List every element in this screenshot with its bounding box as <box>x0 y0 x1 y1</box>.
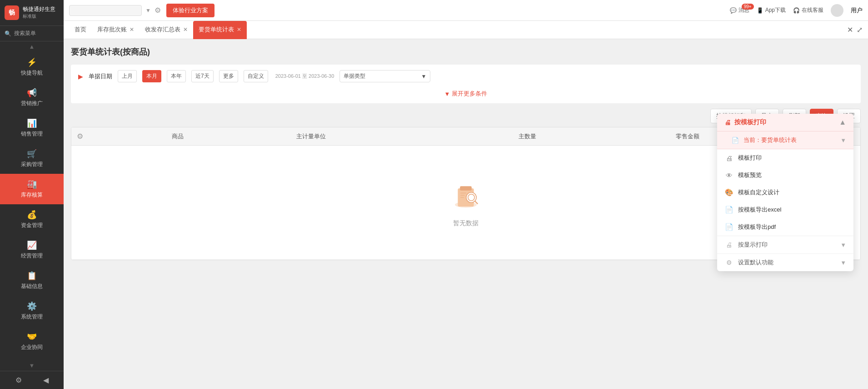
sidebar-item-system[interactable]: ⚙️ 系统管理 <box>0 296 64 326</box>
tab-home-label: 首页 <box>75 25 86 34</box>
avatar[interactable] <box>831 4 843 17</box>
template-print-icon: 🖨 <box>724 154 733 162</box>
sidebar: 畅 畅捷通好生意 标准版 🔍 搜索菜单 ▲ ⚡ 快捷导航 📢 营销推广 📊 销售… <box>0 0 64 389</box>
sidebar-item-sales[interactable]: 📊 销售管理 <box>0 113 64 143</box>
sidebar-item-guide[interactable]: 🎯 新手引导 <box>0 357 64 360</box>
tab-batch-account[interactable]: 库存批次账✕ <box>92 21 140 39</box>
col-主计量单位: 主计量单位 <box>291 127 513 146</box>
purchase-icon: 🛒 <box>27 149 37 159</box>
date-option-本月[interactable]: 本月 <box>142 70 161 82</box>
content-area: 要货单统计表(按商品) ▶ 单据日期 上月本月本年近7天更多自定义2023-06… <box>64 39 868 389</box>
svg-line-5 <box>475 201 478 204</box>
topbar-gear-icon[interactable]: ⚙ <box>155 6 161 15</box>
quick-nav-icon: ⚡ <box>27 57 37 67</box>
search-menu[interactable]: 🔍 搜索菜单 <box>0 26 64 41</box>
doc-type-select[interactable]: 单据类型 ▼ <box>339 70 430 82</box>
sidebar-item-cooperation[interactable]: 🤝 企业协同 <box>0 326 64 357</box>
collapse-icon[interactable]: ◀ <box>43 376 49 384</box>
dropdown-item-export-excel[interactable]: 📄 按模板导出excel <box>717 201 853 218</box>
tab-home[interactable]: 首页 <box>69 21 92 39</box>
trial-btn[interactable]: 体验行业方案 <box>166 4 215 17</box>
date-option-自定义[interactable]: 自定义 <box>244 70 268 82</box>
tab-batch-account-close[interactable]: ✕ <box>130 26 134 33</box>
sidebar-item-inventory[interactable]: 🏭 库存核算 <box>0 174 64 204</box>
arrow-icon: ▼ <box>840 242 846 248</box>
customer-service-btn[interactable]: 🎧 在线客服 <box>793 6 823 14</box>
page-title: 要货单统计表(按商品) <box>71 46 861 57</box>
col-商品: 商品 <box>166 127 291 146</box>
finance-label: 资金管理 <box>21 222 43 229</box>
system-icon: ⚙️ <box>27 301 37 311</box>
scroll-up-btn[interactable]: ▲ <box>0 41 64 52</box>
select-arrow: ▼ <box>421 73 426 80</box>
basic-icon: 📋 <box>27 271 37 281</box>
sidebar-logo: 畅 畅捷通好生意 标准版 <box>0 0 64 26</box>
dropdown-title: 按模板打印 <box>734 118 766 126</box>
inventory-icon: 🏭 <box>27 179 37 189</box>
current-template-arrow: ▼ <box>840 137 846 144</box>
export-pdf-icon: 📄 <box>724 223 733 231</box>
dropdown-sub-default-function[interactable]: ⚙ 设置默认功能 ▼ <box>717 253 853 271</box>
topbar-dropdown-arrow[interactable]: ▼ <box>145 7 151 14</box>
col-主数量: 主数量 <box>513 127 670 146</box>
dropdown-sub-display-print[interactable]: 🖨 按显示打印 ▼ <box>717 236 853 253</box>
svg-rect-6 <box>460 193 466 194</box>
dropdown-close-btn[interactable]: ▲ <box>839 118 846 126</box>
marketing-icon: 📢 <box>27 88 37 98</box>
sidebar-item-finance[interactable]: 💰 资金管理 <box>0 204 64 235</box>
template-preview-icon: 👁 <box>724 172 733 179</box>
quick-nav-label: 快捷导航 <box>21 69 43 77</box>
sidebar-footer: ⚙ ◀ <box>0 371 64 389</box>
date-option-近7天[interactable]: 近7天 <box>191 70 214 82</box>
display-print-label: 按显示打印 <box>738 241 768 249</box>
export-excel-icon: 📄 <box>724 206 733 214</box>
export-pdf-label: 按模板导出pdf <box>738 223 776 231</box>
current-template: 📄 当前：要货单统计表 ▼ <box>717 131 853 149</box>
display-print-icon: 🖨 <box>724 241 733 248</box>
scroll-down-btn[interactable]: ▼ <box>0 360 64 371</box>
settings-icon[interactable]: ⚙ <box>15 376 22 384</box>
tab-requisition-stats[interactable]: 要货单统计表✕ <box>193 21 247 39</box>
logo-name: 畅捷通好生意 <box>23 6 55 13</box>
sales-label: 销售管理 <box>21 130 43 138</box>
sidebar-item-purchase[interactable]: 🛒 采购管理 <box>0 143 64 174</box>
message-btn[interactable]: 💬 消息 99+ <box>730 6 749 14</box>
sidebar-item-marketing[interactable]: 📢 营销推广 <box>0 82 64 113</box>
default-function-icon: ⚙ <box>724 259 733 266</box>
system-label: 系统管理 <box>21 313 43 321</box>
tab-requisition-stats-close[interactable]: ✕ <box>237 26 241 33</box>
finance-icon: 💰 <box>27 210 37 220</box>
date-option-上月[interactable]: 上月 <box>118 70 137 82</box>
app-download-label: App下载 <box>765 6 786 14</box>
dropdown-item-export-pdf[interactable]: 📄 按模板导出pdf <box>717 218 853 236</box>
dropdown-sub-items: 🖨 按显示打印 ▼ ⚙ 设置默认功能 ▼ <box>717 236 853 271</box>
expand-more-btn[interactable]: ▼ 展开更多条件 <box>444 90 488 98</box>
close-tab-btn[interactable]: ✕ <box>847 25 853 34</box>
dropdown-item-template-print[interactable]: 🖨 模板打印 <box>717 149 853 167</box>
operations-icon: 📈 <box>27 240 37 250</box>
tab-receipt-summary[interactable]: 收发存汇总表✕ <box>140 21 193 39</box>
date-option-更多[interactable]: 更多 <box>219 70 238 82</box>
tab-batch-account-label: 库存批次账 <box>97 25 127 34</box>
topbar-right: 💬 消息 99+ 📱 App下载 🎧 在线客服 用户 <box>730 4 863 17</box>
topbar-search-input[interactable] <box>69 5 142 16</box>
date-range: 2023-06-01 至 2023-06-30 <box>275 73 334 80</box>
filter-expand-icon[interactable]: ▶ <box>78 73 83 80</box>
date-option-本年[interactable]: 本年 <box>167 70 186 82</box>
maximize-btn[interactable]: ⤢ <box>857 25 863 34</box>
empty-text: 暂无数据 <box>453 219 479 227</box>
current-template-icon: 📄 <box>732 137 739 144</box>
sidebar-item-basic[interactable]: 📋 基础信息 <box>0 265 64 296</box>
print-icon-header: 🖨 <box>724 119 731 126</box>
cooperation-label: 企业协同 <box>21 344 43 351</box>
template-preview-label: 模板预览 <box>738 171 762 179</box>
dropdown-item-template-design[interactable]: 🎨 模板自定义设计 <box>717 184 853 201</box>
sidebar-item-operations[interactable]: 📈 经营管理 <box>0 235 64 265</box>
dropdown-item-template-preview[interactable]: 👁 模板预览 <box>717 167 853 184</box>
content-inner: 要货单统计表(按商品) ▶ 单据日期 上月本月本年近7天更多自定义2023-06… <box>71 46 861 260</box>
tab-receipt-summary-close[interactable]: ✕ <box>183 26 188 33</box>
doc-type-label: 单据类型 <box>344 72 365 80</box>
sidebar-item-quick-nav[interactable]: ⚡ 快捷导航 <box>0 52 64 82</box>
table-settings-icon[interactable]: ⚙ <box>77 132 83 140</box>
app-download-btn[interactable]: 📱 App下载 <box>757 6 786 14</box>
